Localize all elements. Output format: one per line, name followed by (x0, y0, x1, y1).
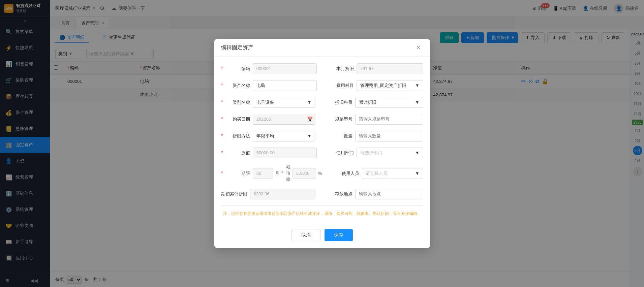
quantity-input[interactable] (355, 131, 423, 141)
location-input[interactable] (355, 189, 423, 199)
field-code: * 编码 (221, 63, 317, 74)
residual-rate-label: 残值率 (286, 164, 290, 183)
period-required: * (221, 170, 223, 177)
modal-overlay[interactable]: 编辑固定资产 ✕ * 编码 本月折旧 * 资产名称 (0, 0, 644, 287)
field-user: 使用人员 请选择人员 ▼ (336, 168, 423, 179)
dep-subject-select[interactable]: 累计折旧 ▼ (355, 97, 423, 108)
monthly-dep-label: 本月折旧 (330, 66, 354, 72)
cancel-button[interactable]: 取消 (292, 229, 320, 241)
value-required: * (221, 150, 223, 156)
modal-body: * 编码 本月折旧 * 资产名称 费用科目 (214, 57, 430, 224)
period-label: 期限 (226, 170, 250, 177)
quantity-label: 数量 (329, 133, 352, 139)
modal-close-button[interactable]: ✕ (414, 43, 423, 52)
modal-row-5: * 折旧方法 年限平均 ▼ 数量 (221, 131, 423, 141)
category-field-label: 类别名称 (226, 99, 250, 105)
field-purchase-date: * 购买日期 📅 (221, 114, 315, 125)
modal-row-1: * 编码 本月折旧 (221, 63, 423, 74)
field-expense-subject: 费用科目 管理费用_固定资产折旧 ▼ (330, 80, 423, 91)
modal-row-7: * 期限 月 * 残值率 % 使用人员 请选择人员 ▼ (221, 164, 423, 183)
field-category: * 类别名称 电子设备 ▼ (221, 97, 315, 108)
category-select-value: 电子设备 (256, 99, 274, 105)
date-required: * (221, 116, 223, 122)
dep-subject-label: 折旧科目 (329, 99, 352, 105)
field-quantity: 数量 (329, 131, 423, 141)
asset-name-input[interactable] (253, 80, 317, 91)
modal-header: 编辑固定资产 ✕ (214, 39, 430, 57)
dept-select[interactable]: 请选择部门 ▼ (357, 148, 423, 158)
field-dept: 使用部门 请选择部门 ▼ (330, 148, 423, 158)
purchase-date-label: 购买日期 (226, 116, 250, 122)
user-placeholder: 请选择人员 (366, 170, 388, 177)
category-select[interactable]: 电子设备 ▼ (253, 97, 315, 108)
code-input[interactable] (253, 63, 317, 74)
code-required: * (221, 66, 223, 72)
dep-method-value: 年限平均 (256, 133, 274, 139)
opening-dep-label: 期初累计折旧 (221, 191, 247, 197)
save-button[interactable]: 保存 (325, 229, 353, 241)
asset-name-label: 资产名称 (226, 83, 250, 89)
expense-subject-arrow: ▼ (415, 83, 420, 88)
period-inline: 月 * 残值率 % (253, 164, 322, 183)
modal-row-4: * 购买日期 📅 规格型号 (221, 114, 423, 125)
modal-row-2: * 资产名称 费用科目 管理费用_固定资产折旧 ▼ (221, 80, 423, 91)
dept-arrow: ▼ (415, 150, 420, 155)
field-location: 存放地点 (329, 189, 423, 199)
user-arrow: ▼ (415, 171, 420, 176)
modal-row-3: * 类别名称 电子设备 ▼ 折旧科目 累计折旧 ▼ (221, 97, 423, 108)
period-input[interactable] (253, 168, 273, 179)
opening-dep-input[interactable] (250, 189, 315, 199)
category-arrow-icon: ▼ (307, 100, 312, 105)
spec-input[interactable] (355, 114, 423, 125)
field-monthly-dep: 本月折旧 (330, 63, 423, 74)
residual-required: * (281, 170, 283, 177)
dep-method-arrow: ▼ (307, 133, 312, 138)
field-dep-method: * 折旧方法 年限平均 ▼ (221, 131, 315, 141)
dept-placeholder: 请选择部门 (360, 150, 382, 156)
name-required: * (221, 83, 223, 89)
field-spec: 规格型号 (329, 114, 423, 125)
expense-subject-value: 管理费用_固定资产折旧 (360, 83, 406, 89)
dept-label: 使用部门 (330, 150, 354, 156)
original-value-label: 原值 (226, 150, 250, 156)
modal-row-6: * 原值 使用部门 请选择部门 ▼ (221, 148, 423, 158)
category-required: * (221, 99, 223, 105)
field-opening-dep: 期初累计折旧 (221, 189, 315, 199)
code-label: 编码 (226, 66, 250, 72)
original-value-input[interactable] (253, 148, 317, 158)
location-label: 存放地点 (329, 191, 352, 197)
edit-asset-modal: 编辑固定资产 ✕ * 编码 本月折旧 * 资产名称 (214, 39, 430, 248)
dep-method-label: 折旧方法 (226, 133, 250, 139)
expense-subject-label: 费用科目 (330, 83, 354, 89)
method-required: * (221, 133, 223, 139)
residual-rate-input[interactable] (293, 168, 316, 179)
user-label: 使用人员 (336, 170, 359, 177)
purchase-date-wrapper: 📅 (253, 114, 315, 125)
field-asset-name: * 资产名称 (221, 80, 317, 91)
user-select[interactable]: 请选择人员 ▼ (362, 168, 423, 179)
purchase-date-input[interactable] (253, 114, 315, 125)
dep-subject-value: 累计折旧 (359, 99, 376, 105)
note-divider (221, 205, 423, 206)
modal-title: 编辑固定资产 (221, 44, 253, 51)
dep-method-select[interactable]: 年限平均 ▼ (253, 131, 315, 141)
modal-note: 注：已经存在变更记录或者对应固定资产已经生成凭证，原值、购买日期、残值率、累计折… (221, 207, 423, 220)
field-original-value: * 原值 (221, 148, 317, 158)
period-unit: 月 (275, 170, 279, 177)
residual-rate-unit: % (318, 171, 322, 176)
modal-footer: 取消 保存 (214, 224, 430, 248)
field-dep-subject: 折旧科目 累计折旧 ▼ (329, 97, 423, 108)
calendar-icon[interactable]: 📅 (307, 117, 313, 122)
modal-row-8: 期初累计折旧 存放地点 (221, 189, 423, 199)
dep-subject-arrow: ▼ (415, 100, 420, 105)
monthly-dep-input[interactable] (357, 63, 423, 74)
spec-label: 规格型号 (329, 116, 352, 122)
expense-subject-select[interactable]: 管理费用_固定资产折旧 ▼ (357, 80, 423, 91)
field-period: * 期限 月 * 残值率 % (221, 164, 322, 183)
